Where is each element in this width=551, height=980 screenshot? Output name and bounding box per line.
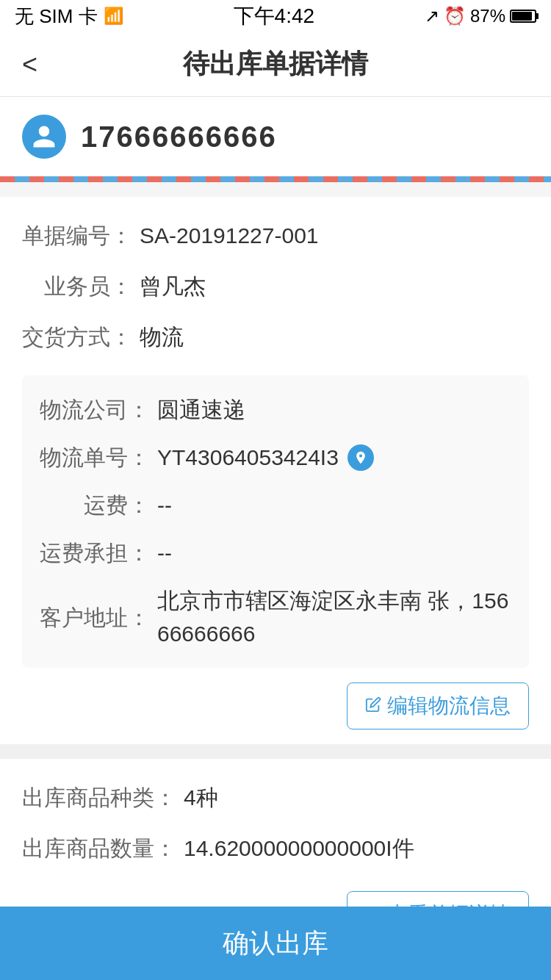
tracking-no-row: 物流单号： YT43064053424I3 xyxy=(40,441,511,474)
freight-label: 运费： xyxy=(40,489,150,522)
back-button[interactable]: < xyxy=(22,49,37,80)
goods-types-value: 4种 xyxy=(176,781,529,814)
logistics-company-label: 物流公司： xyxy=(40,393,150,426)
goods-quantity-label: 出库商品数量： xyxy=(22,832,176,865)
logistics-company-row: 物流公司： 圆通速递 xyxy=(40,393,511,426)
confirm-button[interactable]: 确认出库 xyxy=(0,907,551,980)
avatar xyxy=(22,115,66,159)
edit-logistics-label: 编辑物流信息 xyxy=(387,692,511,720)
document-no-value: SA-20191227-001 xyxy=(132,219,529,252)
delivery-type-row: 交货方式： 物流 xyxy=(22,320,529,353)
edit-icon xyxy=(365,695,381,718)
map-pin-svg xyxy=(353,450,368,465)
logistics-company-value: 圆通速递 xyxy=(150,393,511,426)
status-bar: 无 SIM 卡 📶 下午4:42 ↗ ⏰ 87% xyxy=(0,0,551,32)
wifi-icon: 📶 xyxy=(104,7,123,26)
dashed-divider xyxy=(0,176,551,182)
goods-types-label: 出库商品种类： xyxy=(22,781,176,814)
bottom-area: 确认出库 xyxy=(0,907,551,980)
delivery-type-value: 物流 xyxy=(132,320,529,353)
status-right: ↗ ⏰ 87% xyxy=(425,6,536,26)
battery-icon xyxy=(510,10,536,23)
section-divider xyxy=(0,744,551,759)
logistics-card: 物流公司： 圆通速递 物流单号： YT43064053424I3 运费： -- … xyxy=(22,375,529,668)
document-no-row: 单据编号： SA-20191227-001 xyxy=(22,219,529,252)
freight-bear-row: 运费承担： -- xyxy=(40,536,511,569)
freight-value: -- xyxy=(150,489,511,522)
address-value: 北京市市辖区海淀区永丰南 张，156 66666666 xyxy=(150,584,511,650)
sales-person-label: 业务员： xyxy=(22,270,132,303)
tracking-no-value: YT43064053424I3 xyxy=(150,441,511,474)
status-left: 无 SIM 卡 📶 xyxy=(15,4,123,29)
page-title: 待出库单据详情 xyxy=(183,46,368,82)
address-label: 客户地址： xyxy=(40,601,150,634)
basic-info-section: 单据编号： SA-20191227-001 业务员： 曾凡杰 交货方式： 物流 xyxy=(0,197,551,375)
carrier-label: 无 SIM 卡 xyxy=(15,4,98,29)
tracking-no-label: 物流单号： xyxy=(40,441,150,474)
location-pin-icon[interactable] xyxy=(347,444,374,471)
goods-types-row: 出库商品种类： 4种 xyxy=(22,781,529,814)
status-time: 下午4:42 xyxy=(234,2,315,30)
goods-quantity-row: 出库商品数量： 14.62000000000000I件 xyxy=(22,832,529,865)
document-no-label: 单据编号： xyxy=(22,219,132,252)
edit-btn-row: 编辑物流信息 xyxy=(0,668,551,744)
address-row: 客户地址： 北京市市辖区海淀区永丰南 张，156 66666666 xyxy=(40,584,511,650)
freight-row: 运费： -- xyxy=(40,489,511,522)
alarm-icon: ⏰ xyxy=(444,6,466,26)
sales-person-value: 曾凡杰 xyxy=(132,270,529,303)
logistics-section: 物流公司： 圆通速递 物流单号： YT43064053424I3 运费： -- … xyxy=(0,375,551,668)
location-icon: ↗ xyxy=(425,6,439,26)
freight-bear-value: -- xyxy=(150,536,511,569)
person-icon xyxy=(31,123,57,150)
edit-logistics-button[interactable]: 编辑物流信息 xyxy=(347,682,529,729)
goods-quantity-value: 14.62000000000000I件 xyxy=(176,832,529,865)
confirm-label: 确认出库 xyxy=(223,926,328,962)
delivery-type-label: 交货方式： xyxy=(22,320,132,353)
user-phone: 17666666666 xyxy=(81,120,277,154)
freight-bear-label: 运费承担： xyxy=(40,536,150,569)
nav-bar: < 待出库单据详情 xyxy=(0,32,551,97)
edit-svg-icon xyxy=(365,696,381,713)
goods-section: 出库商品种类： 4种 出库商品数量： 14.62000000000000I件 xyxy=(0,759,551,879)
sales-person-row: 业务员： 曾凡杰 xyxy=(22,270,529,303)
battery-percent: 87% xyxy=(470,6,505,26)
user-header: 17666666666 xyxy=(0,97,551,176)
